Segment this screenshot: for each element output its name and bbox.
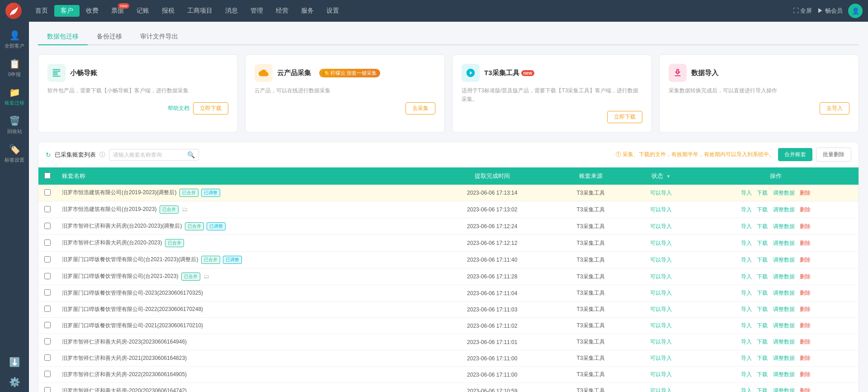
delete-btn-6[interactable]: 删除 xyxy=(798,273,812,280)
adjust-btn-4[interactable]: 调整数据 xyxy=(771,240,797,246)
download-btn-12[interactable]: 下载 xyxy=(755,371,769,378)
import-btn-6[interactable]: 导入 xyxy=(739,273,754,280)
sidebar-item-recycle[interactable]: 🗑️ 回收站 xyxy=(0,111,29,139)
member-btn[interactable]: ▶ 畅会员 xyxy=(817,7,843,15)
nav-invoice[interactable]: 票据new xyxy=(105,5,130,17)
xiaochang-help-link[interactable]: 帮助文档 xyxy=(168,105,189,112)
adjust-btn-11[interactable]: 调整数据 xyxy=(771,355,797,361)
fullscreen-btn[interactable]: ⛶ 全屏 xyxy=(793,7,812,15)
import-btn-4[interactable]: 导入 xyxy=(739,240,754,246)
adjust-btn-5[interactable]: 调整数据 xyxy=(771,257,797,263)
sidebar-item-all-clients[interactable]: 👤 全部客户 xyxy=(0,25,29,54)
t3-download-btn[interactable]: 立即下载 xyxy=(607,111,642,123)
adjust-btn-6[interactable]: 调整数据 xyxy=(771,273,797,280)
adjust-btn-9[interactable]: 调整数据 xyxy=(771,322,797,329)
batch-delete-btn[interactable]: 批量删除 xyxy=(816,148,851,162)
adjust-btn-1[interactable]: 调整数据 xyxy=(771,190,797,196)
refresh-icon[interactable]: ↻ xyxy=(46,151,51,158)
delete-btn-1[interactable]: 删除 xyxy=(798,190,812,196)
nav-business[interactable]: 工商项目 xyxy=(181,5,219,17)
download-btn-5[interactable]: 下载 xyxy=(755,257,769,263)
import-btn-3[interactable]: 导入 xyxy=(739,223,754,229)
delete-btn-9[interactable]: 删除 xyxy=(798,322,812,329)
nav-service[interactable]: 服务 xyxy=(295,5,320,17)
tab-data-migration[interactable]: 数据包迁移 xyxy=(38,29,88,45)
adjust-btn-7[interactable]: 调整数据 xyxy=(771,290,797,296)
cloud-collect-btn[interactable]: 去采集 xyxy=(406,102,435,115)
search-button[interactable]: 🔍 xyxy=(187,151,195,158)
download-btn-2[interactable]: 下载 xyxy=(755,206,769,213)
nav-bookkeeping[interactable]: 记账 xyxy=(130,5,156,17)
nav-home[interactable]: 首页 xyxy=(29,5,54,17)
row-check-12[interactable] xyxy=(44,371,51,377)
nav-fee[interactable]: 收费 xyxy=(80,5,105,17)
xiaochang-download-btn[interactable]: 立即下载 xyxy=(193,102,228,115)
download-btn-7[interactable]: 下载 xyxy=(755,290,769,296)
tab-audit-export[interactable]: 审计文件导出 xyxy=(131,29,187,45)
adjust-btn-3[interactable]: 调整数据 xyxy=(771,223,797,229)
row-check-13[interactable] xyxy=(44,387,51,392)
nav-manage[interactable]: 管理 xyxy=(244,5,269,17)
row-check-6[interactable] xyxy=(44,273,51,279)
import-btn-1[interactable]: 导入 xyxy=(739,190,754,196)
download-btn-9[interactable]: 下载 xyxy=(755,322,769,329)
import-btn-13[interactable]: 导入 xyxy=(739,387,754,392)
download-btn-3[interactable]: 下载 xyxy=(755,223,769,229)
folder-icon-6[interactable]: 🗂 xyxy=(203,273,209,280)
delete-btn-8[interactable]: 删除 xyxy=(798,306,812,312)
tab-backup-migration[interactable]: 备份迁移 xyxy=(88,29,131,45)
row-check-10[interactable] xyxy=(44,338,51,344)
row-check-9[interactable] xyxy=(44,322,51,328)
row-check-5[interactable] xyxy=(44,256,51,263)
nav-settings[interactable]: 设置 xyxy=(320,5,345,17)
delete-btn-12[interactable]: 删除 xyxy=(798,371,812,378)
delete-btn-3[interactable]: 删除 xyxy=(798,223,812,229)
adjust-btn-12[interactable]: 调整数据 xyxy=(771,371,797,378)
delete-btn-7[interactable]: 删除 xyxy=(798,290,812,296)
download-btn-6[interactable]: 下载 xyxy=(755,273,769,280)
nav-client[interactable]: 客户 xyxy=(54,5,80,17)
import-btn-11[interactable]: 导入 xyxy=(739,355,754,361)
download-btn-8[interactable]: 下载 xyxy=(755,306,769,312)
sidebar-item-tag-settings[interactable]: 🏷️ 标签设置 xyxy=(0,139,29,168)
download-btn-11[interactable]: 下载 xyxy=(755,355,769,361)
adjust-btn-2[interactable]: 调整数据 xyxy=(771,206,797,213)
download-btn-13[interactable]: 下载 xyxy=(755,387,769,392)
import-btn-9[interactable]: 导入 xyxy=(739,322,754,329)
row-check-1[interactable] xyxy=(44,189,51,196)
adjust-btn-10[interactable]: 调整数据 xyxy=(771,339,797,345)
user-avatar[interactable]: 👤 xyxy=(848,4,863,18)
sidebar-item-account-migration[interactable]: 📁 账套迁移 xyxy=(0,82,29,111)
delete-btn-11[interactable]: 删除 xyxy=(798,355,812,361)
nav-operation[interactable]: 经营 xyxy=(269,5,295,17)
delete-btn-13[interactable]: 删除 xyxy=(798,387,812,392)
select-all-checkbox[interactable] xyxy=(44,172,51,179)
sidebar-item-config[interactable]: ⚙️ xyxy=(7,372,22,392)
import-btn-10[interactable]: 导入 xyxy=(739,339,754,345)
import-btn-12[interactable]: 导入 xyxy=(739,371,754,378)
row-check-4[interactable] xyxy=(44,239,51,246)
import-btn-7[interactable]: 导入 xyxy=(739,290,754,296)
nav-tax[interactable]: 报税 xyxy=(156,5,181,17)
import-btn-5[interactable]: 导入 xyxy=(739,257,754,263)
delete-btn-2[interactable]: 删除 xyxy=(798,206,812,213)
delete-btn-5[interactable]: 删除 xyxy=(798,257,812,263)
search-input[interactable] xyxy=(113,152,185,158)
row-check-2[interactable] xyxy=(44,206,51,212)
sidebar-item-download[interactable]: ⬇️ xyxy=(7,352,22,372)
help-icon[interactable]: ⓘ xyxy=(99,151,105,159)
sidebar-item-zero-declaration[interactable]: 📋 0申报 xyxy=(0,54,29,82)
adjust-btn-8[interactable]: 调整数据 xyxy=(771,306,797,312)
download-btn-4[interactable]: 下载 xyxy=(755,240,769,246)
delete-btn-10[interactable]: 删除 xyxy=(798,339,812,345)
row-check-11[interactable] xyxy=(44,354,51,361)
nav-message[interactable]: 消息 xyxy=(219,5,244,17)
delete-btn-4[interactable]: 删除 xyxy=(798,240,812,246)
import-btn-8[interactable]: 导入 xyxy=(739,306,754,312)
header-status[interactable]: 状态 ▼ xyxy=(629,167,693,185)
row-check-7[interactable] xyxy=(44,289,51,296)
row-check-3[interactable] xyxy=(44,223,51,229)
folder-icon-2[interactable]: 🗂 xyxy=(182,206,188,213)
import-btn-2[interactable]: 导入 xyxy=(739,206,754,213)
row-check-8[interactable] xyxy=(44,306,51,312)
